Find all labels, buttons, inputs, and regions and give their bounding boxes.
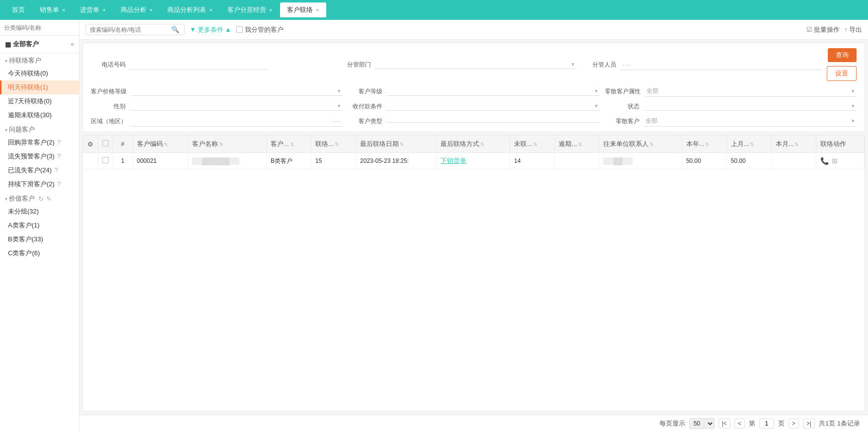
search-icon[interactable]: 🔍 [171,26,179,33]
set-button[interactable]: 设置 [827,66,857,81]
sort-not-contacted-icon[interactable]: ⇅ [533,142,537,147]
region-dots-icon: ··· [332,117,341,125]
th-last-month: 上月...⇅ [726,136,771,153]
close-customer-contact-icon[interactable]: × [316,7,319,13]
sort-name-icon[interactable]: ⇅ [219,142,223,147]
status-chevron-icon: ▾ [852,103,855,109]
price-level-select[interactable]: ▾ [131,87,343,96]
nav-tab-purchase[interactable]: 进货单 × [73,2,112,17]
th-check[interactable] [98,136,113,153]
sidebar-item-class-c[interactable]: C类客户(6) [0,246,79,260]
filter-row-3: 性别 ▾ 收付款条件 ▾ 状态 [91,102,857,111]
header-checkbox[interactable] [102,140,109,146]
sort-lm-icon[interactable]: ⇅ [750,142,754,147]
gender-select[interactable]: ▾ [130,102,343,111]
sidebar-all-customers[interactable]: ▦ 全部客户 « [0,36,79,53]
phone-input[interactable] [130,60,269,70]
page-input[interactable] [759,419,774,429]
customer-type-select[interactable] [386,120,599,123]
retail-attr-select[interactable]: 全部 ▾ [645,86,857,97]
nav-tab-analysis-list[interactable]: 商品分析列表 × [160,2,219,17]
manager-dots-icon[interactable]: ··· [622,61,631,69]
sidebar-item-7days[interactable]: 近7天待联络(0) [0,94,79,108]
more-conditions-btn[interactable]: ▼ 更多条件 ▲ [190,25,231,34]
nav-tab-sales[interactable]: 销售单 × [33,2,72,17]
td-check[interactable] [98,153,113,169]
sidebar-item-class-b[interactable]: B类客户(33) [0,232,79,246]
batch-op-icon: ☑ [806,26,812,33]
sidebar-item-tomorrow[interactable]: 明天待联络(1) [0,80,79,94]
filter-manager: 分管人员 ··· [581,60,822,70]
filter-gender: 性别 ▾ [91,102,343,111]
my-customers-checkbox[interactable]: 我分管的客户 [236,25,284,34]
search-input[interactable] [90,26,169,33]
close-analysis-list-icon[interactable]: × [209,7,212,13]
close-purchase-icon[interactable]: × [102,7,105,13]
chevron-up-icon: ▲ [225,26,231,33]
sidebar-item-ungrouped[interactable]: 未分组(32) [0,205,79,218]
main-layout: 🔍 ▦ 全部客户 « ▾ 待联络客户 今天待联络(0) 明天待联络(1) 近7天… [0,20,868,432]
sidebar-item-churn-warning[interactable]: 流失预警客户(3) ? [0,149,79,163]
nav-home[interactable]: 首页 [5,2,32,17]
sidebar-item-today[interactable]: 今天待联络(0) [0,67,79,80]
customer-level-select[interactable]: ▾ [386,87,599,96]
sidebar-item-class-a[interactable]: A类客户(1) [0,218,79,232]
per-page-select[interactable]: 50 20 100 [689,418,715,429]
sidebar-search-input[interactable] [4,24,78,31]
manager-select[interactable]: ··· [620,60,822,70]
filter-customer-level: 客户等级 ▾ [348,87,599,96]
export-btn[interactable]: ↑ 导出 [845,25,863,34]
retail-attr-label: 零散客户属性 [605,87,641,96]
row-checkbox[interactable] [102,157,109,163]
nav-tab-customer-contact[interactable]: 客户联络 × [280,2,326,17]
last-page-btn[interactable]: >| [803,419,815,429]
sort-contact-icon[interactable]: ⇅ [335,142,339,147]
sort-overdue-icon[interactable]: ⇅ [578,142,582,147]
th-settings[interactable]: ⚙ [83,136,98,153]
refresh-icon[interactable]: ↻ [38,195,44,203]
region-select[interactable]: ··· [131,116,343,127]
sidebar: 🔍 ▦ 全部客户 « ▾ 待联络客户 今天待联络(0) 明天待联络(1) 近7天… [0,20,79,432]
prev-page-btn[interactable]: < [734,419,745,429]
first-page-btn[interactable]: |< [719,419,730,429]
filter-row-2: 客户价格等级 ▾ 客户等级 ▾ 零散客户属性 全部 [91,86,857,97]
phone-action-icon[interactable]: 📞 [820,157,829,165]
sidebar-collapse-icon[interactable]: « [71,41,74,48]
td-this-month [771,153,816,169]
sort-last-method-icon[interactable]: ⇅ [480,142,484,147]
payment-select[interactable]: ▾ [386,102,599,111]
sidebar-item-overdue[interactable]: 逾期未联络(30) [0,108,79,122]
query-button[interactable]: 查询 [828,48,857,62]
nav-tab-customer-tier[interactable]: 客户分层经营 × [220,2,279,17]
th-this-year: 本年...⇅ [682,136,726,153]
sort-type-icon[interactable]: ⇅ [290,142,294,147]
batch-op-btn[interactable]: ☑ 批量操作 [806,25,840,34]
customer-table-area: ⚙ # 客户编码⇅ 客户名称⇅ 客户...⇅ [82,135,865,412]
settings-icon[interactable]: ⚙ [87,141,93,148]
sidebar-item-declining[interactable]: 持续下滑客户(2) ? [0,177,79,191]
sort-cp-icon[interactable]: ⇅ [650,142,653,147]
close-sales-icon[interactable]: × [62,7,65,13]
edit-icon[interactable]: ✎ [46,195,52,203]
status-select[interactable]: ▾ [644,102,857,111]
sidebar-item-repurchase[interactable]: 回购异常客户(2) ? [0,136,79,149]
close-customer-tier-icon[interactable]: × [269,7,272,13]
sidebar-item-churned[interactable]: 已流失客户(24) ? [0,163,79,177]
dept-label: 分管部门 [336,61,371,69]
filter-payment: 收付款条件 ▾ [348,102,599,111]
filter-row-1: 电话号码 分管部门 ▾ 分管人员 ··· 查询 [91,48,857,81]
dept-select[interactable]: ▾ [375,60,577,69]
search-bar-right: ☑ 批量操作 ↑ 导出 [806,25,863,34]
nav-tab-analysis[interactable]: 商品分析 × [114,2,159,17]
sort-last-date-icon[interactable]: ⇅ [400,142,404,147]
last-method-link[interactable]: 下销货单 [440,157,466,164]
sort-tm-icon[interactable]: ⇅ [795,142,798,147]
td-code: 000021 [133,153,188,169]
help-icon-churn: ? [57,152,61,160]
sort-code-icon[interactable]: ⇅ [164,142,168,147]
retail-customer-select[interactable]: 全部 ▾ [644,116,857,127]
sort-ty-icon[interactable]: ⇅ [705,142,709,147]
close-analysis-icon[interactable]: × [149,7,152,13]
next-page-btn[interactable]: > [789,419,799,429]
more-action-icon[interactable]: ⊞ [832,157,838,165]
